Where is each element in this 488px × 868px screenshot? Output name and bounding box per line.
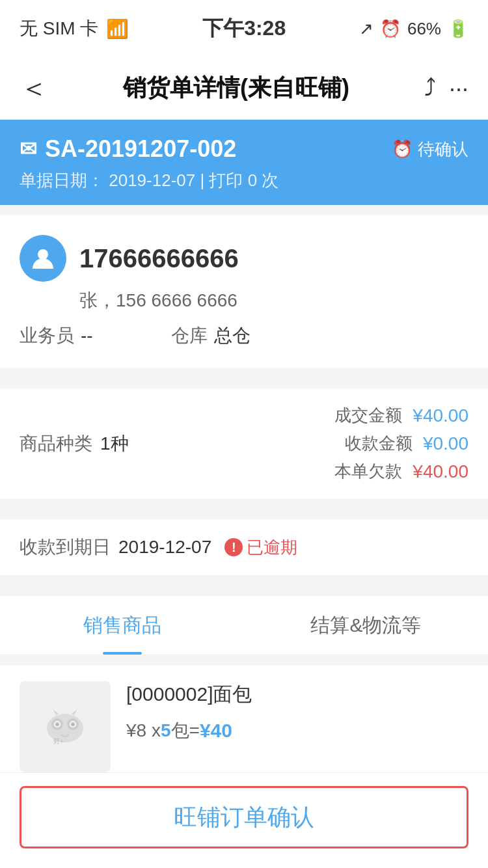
location-icon: ↗ (359, 19, 373, 39)
tabs-section: 销售商品 结算&物流等 (0, 596, 488, 655)
due-label: 收款到期日 (20, 535, 111, 560)
battery-icon: 🔋 (448, 19, 468, 39)
due-date: 2019-12-07 (118, 537, 211, 558)
tabs-header: 销售商品 结算&物流等 (0, 596, 488, 655)
unit-text: 包 (171, 718, 189, 743)
product-name: [0000002]面包 (126, 681, 468, 708)
tab-sales-product[interactable]: 销售商品 (0, 596, 244, 655)
status-clock-icon: ⏰ (392, 139, 413, 159)
tab-settlement[interactable]: 结算&物流等 (244, 596, 488, 655)
more-icon[interactable]: ··· (449, 75, 468, 102)
svg-text:野+: 野+ (53, 738, 64, 745)
clock: 下午3:28 (202, 14, 286, 43)
received-amount-item: 收款金额 ¥0.00 (345, 432, 468, 455)
received-amount-label: 收款金额 (345, 432, 413, 455)
customer-section: 17666666666 张，156 6666 6666 业务员 -- 仓库 总仓 (0, 215, 488, 368)
svg-point-1 (47, 714, 83, 742)
status-left: 无 SIM 卡 📶 (20, 16, 129, 41)
svg-point-6 (55, 722, 59, 726)
svg-point-0 (38, 249, 48, 260)
share-icon[interactable]: ⤴ (424, 75, 436, 102)
overdue-badge: ! 已逾期 (224, 536, 297, 559)
deal-amount-label: 成交金额 (334, 404, 402, 427)
salesperson-label: 业务员 (20, 323, 74, 348)
status-text: 待确认 (418, 138, 468, 161)
product-item: 野+ [0000002]面包 ¥8 x 5 包 = ¥40 (20, 681, 468, 772)
warehouse-label: 仓库 (171, 323, 208, 348)
wifi-icon: 📶 (106, 18, 129, 40)
order-id: ✉ SA-20191207-002 (20, 135, 236, 163)
confirm-button-wrap: 旺铺订单确认 (0, 772, 488, 868)
product-type-label: 商品种类 (20, 431, 92, 456)
order-date: 单据日期： 2019-12-07 | 打印 0 次 (20, 169, 468, 192)
avatar (20, 235, 66, 282)
amount-right: 成交金额 ¥40.00 收款金额 ¥0.00 本单欠款 ¥40.00 (334, 404, 468, 483)
confirm-order-button[interactable]: 旺铺订单确认 (20, 786, 468, 848)
product-info: [0000002]面包 ¥8 x 5 包 = ¥40 (126, 681, 468, 743)
customer-row: 17666666666 (20, 235, 468, 282)
warehouse-value: 总仓 (214, 323, 251, 348)
customer-meta: 业务员 -- 仓库 总仓 (20, 323, 468, 348)
product-section: 野+ [0000002]面包 ¥8 x 5 包 = ¥40 (0, 666, 488, 788)
deal-amount-value: ¥40.00 (413, 405, 468, 426)
tab-settlement-label: 结算&物流等 (310, 612, 421, 639)
equals-text: = (189, 720, 200, 741)
order-id-text: SA-20191207-002 (45, 135, 236, 163)
owed-amount-label: 本单欠款 (334, 460, 402, 483)
total-price: ¥40 (200, 720, 232, 742)
header-card: ✉ SA-20191207-002 ⏰ 待确认 单据日期： 2019-12-07… (0, 120, 488, 205)
due-section: 收款到期日 2019-12-07 ! 已逾期 (0, 519, 488, 575)
received-amount-value: ¥0.00 (423, 433, 468, 454)
order-icon: ✉ (20, 137, 37, 161)
tab-underline (103, 652, 142, 655)
back-button[interactable]: ＜ (20, 69, 48, 107)
status-right: ↗ ⏰ 66% 🔋 (359, 19, 468, 39)
product-image: 野+ (20, 681, 111, 772)
nav-actions: ⤴ ··· (424, 75, 468, 102)
product-price-row: ¥8 x 5 包 = ¥40 (126, 718, 468, 743)
customer-phone: 17666666666 (79, 244, 239, 273)
customer-name: 张，156 6666 6666 (79, 288, 468, 313)
salesperson-value: -- (81, 325, 93, 346)
status-bar: 无 SIM 卡 📶 下午3:28 ↗ ⏰ 66% 🔋 (0, 0, 488, 57)
nav-bar: ＜ 销货单详情(来自旺铺) ⤴ ··· (0, 57, 488, 120)
overdue-text: 已逾期 (247, 536, 297, 559)
overdue-dot-icon: ! (224, 538, 243, 556)
alarm-icon: ⏰ (380, 19, 401, 39)
battery-text: 66% (407, 19, 441, 39)
amount-section: 商品种类 1种 成交金额 ¥40.00 收款金额 ¥0.00 本单欠款 ¥40.… (0, 388, 488, 498)
deal-amount-item: 成交金额 ¥40.00 (334, 404, 468, 427)
amount-row: 商品种类 1种 成交金额 ¥40.00 收款金额 ¥0.00 本单欠款 ¥40.… (20, 404, 468, 483)
svg-point-7 (71, 722, 75, 726)
owed-amount-item: 本单欠款 ¥40.00 (334, 460, 468, 483)
product-type-value: 1种 (100, 431, 129, 456)
status-badge: ⏰ 待确认 (392, 138, 468, 161)
amount-left: 商品种类 1种 (20, 431, 129, 456)
tab-sales-product-label: 销售商品 (83, 612, 161, 639)
page-title: 销货单详情(来自旺铺) (123, 72, 349, 104)
price-text: ¥8 x (126, 720, 161, 741)
quantity-highlight: 5 (161, 720, 171, 741)
owed-amount-value: ¥40.00 (413, 461, 468, 482)
product-logo-icon: 野+ (39, 707, 91, 746)
carrier-text: 无 SIM 卡 (20, 16, 98, 41)
